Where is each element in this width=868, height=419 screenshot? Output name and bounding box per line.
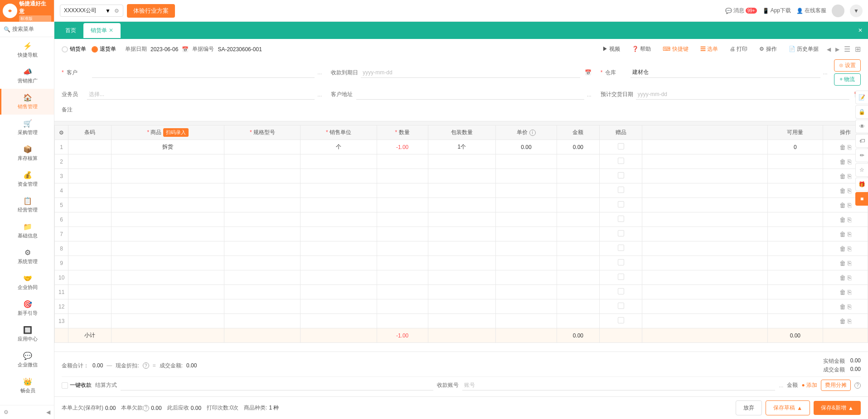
gift-checkbox-2[interactable]: [618, 158, 624, 164]
spec-cell-1[interactable]: [224, 140, 301, 154]
sidebar-item-sales[interactable]: 🏠 销售管理: [0, 89, 54, 115]
gift-checkbox-9[interactable]: [618, 259, 624, 265]
shortcut-btn[interactable]: ⌨ 快捷键: [659, 43, 692, 55]
help-btn[interactable]: ❓ 帮助: [628, 43, 655, 55]
unit-cell-1[interactable]: 个: [301, 140, 377, 154]
spec-cell-2[interactable]: [224, 154, 301, 169]
video-btn[interactable]: ▶ 视频: [599, 43, 624, 55]
delete-icon-2[interactable]: 🗑: [839, 158, 846, 165]
sidebar-item-operation[interactable]: 📋 经营管理: [0, 192, 54, 218]
barcode-cell-1[interactable]: [68, 140, 111, 154]
one-click-pay-check[interactable]: [62, 382, 68, 389]
sidebar-item-purchase[interactable]: 🛒 采购管理: [0, 115, 54, 140]
copy-icon-13[interactable]: ⎘: [848, 318, 851, 325]
sidebar-item-appstore[interactable]: 🔲 应用中心: [0, 321, 54, 347]
amount-cell-2[interactable]: [557, 154, 599, 169]
copy-icon-11[interactable]: ⎘: [848, 289, 851, 296]
save-draft-button[interactable]: 保存草稿 ▲: [766, 400, 810, 415]
add-payment-button[interactable]: ● 添加: [801, 381, 817, 389]
gift-checkbox-1[interactable]: [618, 143, 624, 149]
delete-icon-11[interactable]: 🗑: [839, 289, 846, 296]
delete-icon-7[interactable]: 🗑: [839, 231, 846, 238]
sidebar-item-quick-nav[interactable]: ⚡ 快捷导航: [0, 37, 54, 63]
copy-icon-12[interactable]: ⎘: [848, 303, 851, 310]
sidebar-item-basic[interactable]: 📁 基础信息: [0, 218, 54, 244]
sidebar-search[interactable]: 🔍 搜索菜单: [0, 22, 54, 37]
gift-checkbox-13[interactable]: [618, 317, 624, 323]
copy-icon-7[interactable]: ⎘: [848, 231, 851, 238]
delete-icon-1[interactable]: 🗑: [839, 144, 846, 151]
float-block-btn[interactable]: ■: [855, 192, 868, 206]
pack-qty-cell-2[interactable]: [428, 154, 496, 169]
warehouse-input[interactable]: [630, 67, 820, 78]
gift-cell-2[interactable]: [600, 154, 642, 169]
copy-icon-8[interactable]: ⎘: [848, 245, 851, 252]
account-input[interactable]: [462, 380, 775, 390]
print-btn[interactable]: 🖨 打印: [726, 43, 751, 55]
collapse-icon[interactable]: ◀: [46, 409, 50, 415]
gift-checkbox-6[interactable]: [618, 216, 624, 222]
fee-split-info-icon[interactable]: ?: [854, 382, 861, 389]
sidebar-item-inventory[interactable]: 📦 库存核算: [0, 140, 54, 166]
quantity-cell-1[interactable]: -1.00: [377, 140, 428, 154]
save-new-button[interactable]: 保存&新增 ▲: [814, 401, 861, 415]
nav-prev-icon[interactable]: ◀: [827, 46, 831, 53]
gift-checkbox-12[interactable]: [618, 303, 624, 309]
unit-cell-2[interactable]: [301, 154, 377, 169]
unit-price-cell-1[interactable]: 0.00: [496, 140, 557, 154]
delete-icon-5[interactable]: 🗑: [839, 202, 846, 209]
company-selector[interactable]: XXXXXX公司 ▼ ⚙: [60, 5, 123, 17]
sidebar-item-marketing[interactable]: 📣 营销推广: [0, 63, 54, 89]
tab-sales-order[interactable]: 销货单 ✕: [83, 23, 121, 38]
customer-dots[interactable]: ...: [317, 69, 322, 76]
copy-icon-4[interactable]: ⎘: [848, 187, 851, 194]
message-button[interactable]: 💬 消息 99+: [725, 7, 757, 14]
float-gift-btn[interactable]: 🎁: [855, 178, 868, 191]
payment-due-calendar-icon[interactable]: 📅: [585, 69, 592, 76]
close-all-tabs[interactable]: ✕: [856, 25, 864, 35]
salesperson-input[interactable]: [87, 89, 315, 100]
user-menu-icon[interactable]: ▼: [850, 5, 863, 17]
select-btn[interactable]: ☰ 选单: [697, 43, 722, 55]
view-list-icon[interactable]: ☰: [844, 45, 850, 53]
trial-button[interactable]: 体验行业方案: [127, 4, 175, 18]
payment-due-input[interactable]: [361, 67, 580, 78]
gift-checkbox-4[interactable]: [618, 187, 624, 193]
amount-cell-1[interactable]: 0.00: [557, 140, 599, 154]
float-view-btn[interactable]: 👁: [855, 120, 868, 133]
sidebar-item-member[interactable]: 👑 畅会员: [0, 373, 54, 399]
sidebar-item-finance[interactable]: 💰 资金管理: [0, 166, 54, 192]
gift-checkbox-3[interactable]: [618, 172, 624, 178]
float-note-btn[interactable]: 📝: [855, 91, 868, 104]
expected-date-input[interactable]: [636, 89, 849, 100]
float-star-btn[interactable]: ☆: [855, 163, 868, 177]
gift-checkbox-10[interactable]: [618, 274, 624, 280]
cash-discount-info-icon[interactable]: ?: [143, 362, 149, 369]
radio-return[interactable]: 退货单: [92, 45, 116, 53]
nav-next-icon[interactable]: ▶: [835, 46, 839, 53]
pack-qty-cell-1[interactable]: 1个: [428, 140, 496, 154]
gift-checkbox-8[interactable]: [618, 245, 624, 251]
date-calendar-icon[interactable]: 📅: [182, 46, 189, 53]
float-tag-btn[interactable]: 🏷: [855, 134, 868, 148]
account-dots[interactable]: ...: [779, 382, 783, 389]
tab-close-icon[interactable]: ✕: [109, 27, 113, 34]
history-btn[interactable]: 📄 历史单据: [785, 43, 822, 55]
setting-button[interactable]: ⊙ 设置: [834, 59, 861, 72]
copy-icon-1[interactable]: ⎘: [848, 144, 851, 151]
sidebar-item-guide[interactable]: 🎯 新手引导: [0, 295, 54, 321]
copy-icon-6[interactable]: ⎘: [848, 216, 851, 223]
gift-cell-1[interactable]: [600, 140, 642, 154]
abandon-button[interactable]: 放弃: [736, 400, 762, 415]
copy-icon-9[interactable]: ⎘: [848, 260, 851, 267]
delete-icon-3[interactable]: 🗑: [839, 173, 846, 180]
th-settings[interactable]: ⚙: [55, 125, 68, 140]
user-avatar[interactable]: [832, 5, 844, 17]
warehouse-dots[interactable]: ...: [823, 69, 828, 76]
one-click-pay-checkbox[interactable]: 一键收款: [62, 381, 92, 389]
copy-icon-5[interactable]: ⎘: [848, 202, 851, 209]
settings-icon[interactable]: ⚙: [4, 409, 9, 415]
quantity-cell-2[interactable]: [377, 154, 428, 169]
delete-icon-12[interactable]: 🗑: [839, 303, 846, 310]
tab-home[interactable]: 首页: [58, 23, 83, 38]
